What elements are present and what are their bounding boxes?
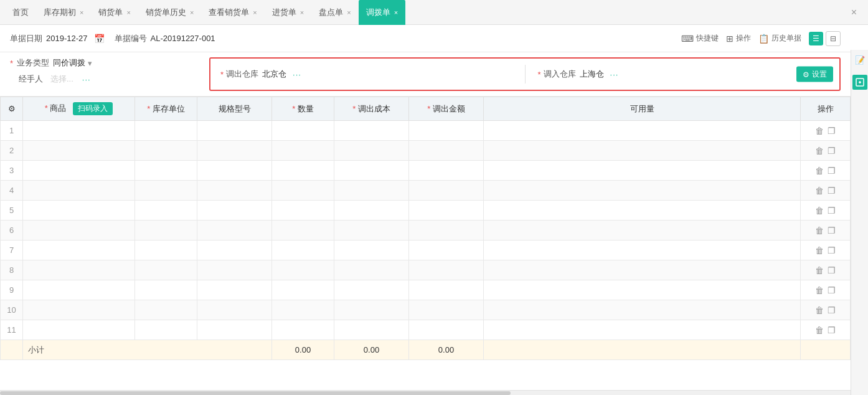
product-cell[interactable] — [23, 320, 135, 340]
product-cell[interactable] — [23, 240, 135, 260]
business-type-select[interactable]: 同价调拨 ▾ — [53, 57, 153, 69]
business-type-dropdown-icon[interactable]: ▾ — [88, 59, 92, 68]
delete-icon[interactable]: 🗑 — [815, 285, 824, 295]
delete-icon[interactable]: 🗑 — [815, 226, 824, 236]
horizontal-scrollbar[interactable] — [0, 390, 851, 395]
form-setting-btn[interactable]: ⚙ 设置 — [796, 67, 833, 82]
tab-view-sales-close[interactable]: × — [253, 9, 257, 16]
grid-view-btn[interactable]: ⊟ — [826, 31, 841, 46]
tab-purchase-order[interactable]: 进货单 × — [265, 0, 311, 25]
spec-cell[interactable] — [197, 300, 272, 320]
amount-cell[interactable] — [409, 141, 484, 161]
spec-cell[interactable] — [197, 141, 272, 161]
cost-cell[interactable] — [334, 161, 409, 181]
copy-icon[interactable]: ❐ — [828, 206, 836, 216]
spec-cell[interactable] — [197, 161, 272, 181]
cost-cell[interactable] — [334, 221, 409, 240]
copy-icon[interactable]: ❐ — [828, 305, 836, 315]
copy-icon[interactable]: ❐ — [828, 166, 836, 176]
cost-cell[interactable] — [334, 201, 409, 221]
unit-cell[interactable] — [135, 320, 197, 340]
quantity-cell[interactable] — [272, 320, 334, 340]
spec-cell[interactable] — [197, 221, 272, 240]
product-cell[interactable] — [23, 201, 135, 221]
quantity-cell[interactable] — [272, 221, 334, 240]
spec-cell[interactable] — [197, 121, 272, 141]
amount-cell[interactable] — [409, 161, 484, 181]
history-btn[interactable]: 📋 历史单据 — [758, 33, 801, 44]
tab-transfer-close[interactable]: × — [394, 9, 398, 16]
quantity-cell[interactable] — [272, 161, 334, 181]
copy-icon[interactable]: ❐ — [828, 126, 836, 136]
tab-sales-order[interactable]: 销货单 × — [91, 0, 138, 25]
product-cell[interactable] — [23, 221, 135, 240]
unit-cell[interactable] — [135, 280, 197, 300]
copy-icon[interactable]: ❐ — [828, 265, 836, 275]
unit-cell[interactable] — [135, 201, 197, 221]
scrollbar-thumb[interactable] — [0, 391, 511, 395]
scan-entry-btn[interactable]: 扫码录入 — [73, 102, 113, 115]
amount-cell[interactable] — [409, 320, 484, 340]
col-gear[interactable]: ⚙ — [1, 97, 23, 121]
spec-cell[interactable] — [197, 320, 272, 340]
quantity-cell[interactable] — [272, 260, 334, 280]
product-cell[interactable] — [23, 181, 135, 201]
tab-sales-history-close[interactable]: × — [190, 9, 194, 16]
gear-icon[interactable]: ⚙ — [8, 104, 16, 113]
quantity-cell[interactable] — [272, 121, 334, 141]
delete-icon[interactable]: 🗑 — [815, 146, 824, 156]
delete-icon[interactable]: 🗑 — [815, 186, 824, 196]
cost-cell[interactable] — [334, 240, 409, 260]
copy-icon[interactable]: ❐ — [828, 186, 836, 196]
product-cell[interactable] — [23, 280, 135, 300]
amount-cell[interactable] — [409, 181, 484, 201]
unit-cell[interactable] — [135, 181, 197, 201]
delete-icon[interactable]: 🗑 — [815, 325, 824, 335]
product-cell[interactable] — [23, 161, 135, 181]
quantity-cell[interactable] — [272, 201, 334, 221]
unit-cell[interactable] — [135, 121, 197, 141]
quantity-cell[interactable] — [272, 141, 334, 161]
tab-close-all[interactable]: × — [845, 7, 863, 18]
quantity-cell[interactable] — [272, 280, 334, 300]
amount-cell[interactable] — [409, 201, 484, 221]
cost-cell[interactable] — [334, 300, 409, 320]
product-cell[interactable] — [23, 141, 135, 161]
unit-cell[interactable] — [135, 141, 197, 161]
amount-cell[interactable] — [409, 260, 484, 280]
transfer-out-more-btn[interactable]: ··· — [293, 70, 301, 79]
cost-cell[interactable] — [334, 121, 409, 141]
spec-cell[interactable] — [197, 260, 272, 280]
unit-cell[interactable] — [135, 161, 197, 181]
quantity-cell[interactable] — [272, 240, 334, 260]
amount-cell[interactable] — [409, 280, 484, 300]
tab-sales-order-close[interactable]: × — [126, 9, 130, 16]
handler-input[interactable]: 选择... — [50, 74, 73, 85]
shortcuts-btn[interactable]: ⌨ 快捷键 — [681, 33, 719, 44]
handler-more-btn[interactable]: ··· — [82, 75, 91, 84]
delete-icon[interactable]: 🗑 — [815, 166, 824, 176]
delete-icon[interactable]: 🗑 — [815, 245, 824, 255]
right-panel-expand-btn[interactable] — [852, 75, 867, 90]
tab-transfer[interactable]: 调拨单 × — [359, 0, 405, 25]
delete-icon[interactable]: 🗑 — [815, 305, 824, 315]
amount-cell[interactable] — [409, 300, 484, 320]
tab-view-sales[interactable]: 查看销货单 × — [201, 0, 264, 25]
delete-icon[interactable]: 🗑 — [815, 265, 824, 275]
unit-cell[interactable] — [135, 240, 197, 260]
cost-cell[interactable] — [334, 181, 409, 201]
tab-stocktake[interactable]: 盘点单 × — [311, 0, 358, 25]
spec-cell[interactable] — [197, 201, 272, 221]
amount-cell[interactable] — [409, 240, 484, 260]
unit-cell[interactable] — [135, 221, 197, 240]
delete-icon[interactable]: 🗑 — [815, 126, 824, 136]
spec-cell[interactable] — [197, 181, 272, 201]
cost-cell[interactable] — [334, 260, 409, 280]
cost-cell[interactable] — [334, 280, 409, 300]
product-cell[interactable] — [23, 260, 135, 280]
product-cell[interactable] — [23, 300, 135, 320]
copy-icon[interactable]: ❐ — [828, 245, 836, 255]
tab-inventory-init-close[interactable]: × — [80, 9, 83, 16]
spec-cell[interactable] — [197, 240, 272, 260]
operations-btn[interactable]: ⊞ 操作 — [726, 33, 751, 44]
